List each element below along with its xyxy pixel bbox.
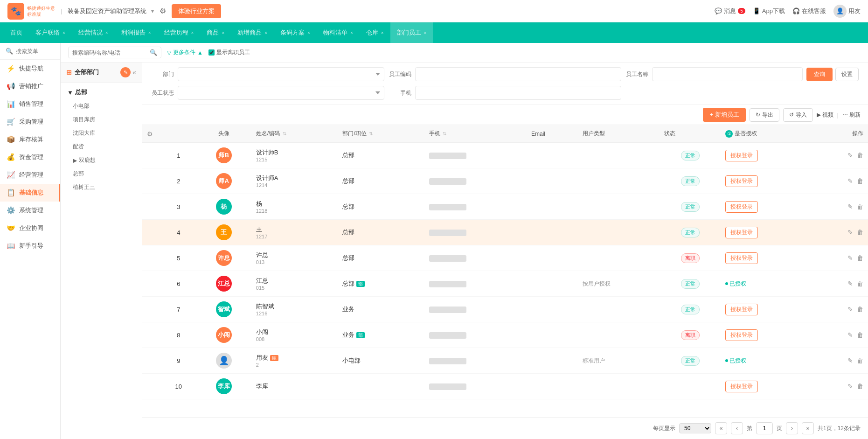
tab-history[interactable]: 经营历程 × [158, 22, 201, 43]
edit-button[interactable]: ✎ [847, 229, 853, 236]
edit-button[interactable]: ✎ [847, 357, 853, 364]
sys-title-dropdown[interactable]: ▾ [151, 8, 154, 14]
tab-business[interactable]: 经营情况 × [72, 22, 115, 43]
delete-button[interactable]: 🗑 [857, 357, 863, 364]
tab-goods[interactable]: 商品 × [200, 22, 231, 43]
tab-close-customer[interactable]: × [62, 30, 65, 35]
dept-node-xiaodian[interactable]: 小电部 [61, 99, 142, 113]
sidebar-search-input[interactable] [16, 48, 55, 55]
tab-close-profit[interactable]: × [148, 30, 151, 35]
tab-close-business[interactable]: × [105, 30, 108, 35]
sidebar-item-system[interactable]: ⚙️ 系统管理 [0, 202, 60, 219]
delete-button[interactable]: 🗑 [857, 254, 863, 262]
filter-dept-select[interactable] [178, 67, 384, 81]
auth-button[interactable]: 授权登录 [725, 150, 758, 161]
tab-warehouse[interactable]: 仓库 × [360, 22, 390, 43]
dept-node-distribution[interactable]: 配货 [61, 140, 142, 153]
tab-close-employee[interactable]: × [424, 30, 427, 35]
col-name[interactable]: 姓名/编码 ⇅ [251, 125, 338, 143]
dept-node-shuanglu[interactable]: ▶ 双鹿想 [61, 153, 142, 167]
tab-close-addgoods[interactable]: × [264, 30, 267, 35]
dept-edit-button[interactable]: ✎ [120, 67, 131, 77]
col-settings[interactable]: ⚙ [142, 125, 161, 143]
export-button[interactable]: ↻ 导出 [750, 108, 779, 122]
delete-button[interactable]: 🗑 [857, 152, 863, 159]
auth-button[interactable]: 授权登录 [725, 227, 758, 238]
edit-button[interactable]: ✎ [847, 254, 853, 262]
tab-close-warehouse[interactable]: × [381, 30, 384, 35]
settings-button[interactable]: ⚙ [158, 5, 168, 17]
sidebar-item-marketing[interactable]: 📢 营销推广 [0, 77, 60, 95]
page-size-select[interactable]: 50 100 [679, 423, 711, 433]
sidebar-item-quick-nav[interactable]: ⚡ 快捷导航 [0, 60, 60, 77]
edit-button[interactable]: ✎ [847, 306, 853, 313]
page-number-input[interactable] [756, 422, 773, 434]
tab-barcode[interactable]: 条码方案 × [274, 22, 317, 43]
prev-page-button[interactable]: ‹ [731, 422, 743, 434]
online-service-button[interactable]: 🎧 在线客服 [792, 7, 826, 15]
edit-button[interactable]: ✎ [847, 152, 853, 159]
edit-button[interactable]: ✎ [847, 203, 853, 210]
dept-node-shenyang[interactable]: 沈阳大库 [61, 126, 142, 140]
sidebar-item-basic-info[interactable]: 📋 基础信息 [0, 184, 60, 202]
auth-button[interactable]: 授权登录 [725, 252, 758, 264]
delete-button[interactable]: 🗑 [857, 229, 863, 236]
auth-button[interactable]: 授权登录 [725, 304, 758, 315]
tab-employee[interactable]: 部门员工 × [390, 22, 433, 43]
user-area[interactable]: 👤 用友 [833, 5, 861, 18]
dept-node-headquarter[interactable]: 总部 [61, 167, 142, 181]
sidebar-item-guide[interactable]: 📖 新手引导 [0, 237, 60, 255]
tab-close-bom[interactable]: × [350, 30, 353, 35]
query-button[interactable]: 查询 [806, 68, 833, 81]
auth-button[interactable]: 授权登录 [725, 329, 758, 341]
last-page-button[interactable]: » [802, 422, 814, 434]
import-button[interactable]: ↺ 导入 [783, 108, 813, 122]
filter-empname-input[interactable] [652, 67, 803, 81]
next-page-button[interactable]: › [786, 422, 798, 434]
delete-button[interactable]: 🗑 [857, 203, 863, 210]
first-page-button[interactable]: « [715, 422, 727, 434]
tab-close-goods[interactable]: × [222, 30, 224, 35]
tab-bom[interactable]: 物料清单 × [317, 22, 360, 43]
filter-phone-input[interactable] [415, 86, 622, 100]
delete-button[interactable]: 🗑 [857, 177, 863, 185]
tab-close-barcode[interactable]: × [307, 30, 310, 35]
edit-button[interactable]: ✎ [847, 280, 853, 287]
trial-button[interactable]: 体验行业方案 [172, 4, 221, 18]
filter-status-select[interactable] [178, 86, 384, 100]
dept-node-headquarter-parent[interactable]: ▼ 总部 [61, 85, 142, 99]
message-button[interactable]: 💬 消息 5 [715, 7, 745, 15]
delete-button[interactable]: 🗑 [857, 306, 863, 313]
sidebar-item-finance[interactable]: 💰 资金管理 [0, 148, 60, 166]
dept-collapse-button[interactable]: « [132, 69, 136, 76]
sidebar-item-sales[interactable]: 📊 销售管理 [0, 95, 60, 113]
delete-button[interactable]: 🗑 [857, 280, 863, 287]
tab-home[interactable]: 首页 [4, 22, 29, 43]
sidebar-item-operation[interactable]: 📈 经营管理 [0, 166, 60, 184]
sidebar-item-collab[interactable]: 🤝 企业协同 [0, 219, 60, 237]
tab-addgoods[interactable]: 新增商品 × [231, 22, 274, 43]
col-dept[interactable]: 部门/职位 ⇅ [338, 125, 424, 143]
set-button[interactable]: 设置 [835, 68, 859, 81]
edit-button[interactable]: ✎ [847, 383, 853, 390]
refresh-button[interactable]: ⋯ 刷新 [842, 111, 861, 119]
col-phone[interactable]: 手机 ⇅ [424, 125, 527, 143]
tab-customer[interactable]: 客户联络 × [29, 22, 72, 43]
add-employee-button[interactable]: + 新增员工 [703, 108, 745, 122]
auth-button[interactable]: 授权登录 [725, 175, 758, 187]
edit-button[interactable]: ✎ [847, 331, 853, 339]
more-filter-button[interactable]: ▽ 更多条件 ▲ [167, 49, 203, 56]
edit-button[interactable]: ✎ [847, 177, 853, 185]
delete-button[interactable]: 🗑 [857, 331, 863, 339]
dept-node-project[interactable]: 项目库房 [61, 113, 142, 126]
sidebar-item-inventory[interactable]: 📦 库存核算 [0, 131, 60, 148]
tab-close-history[interactable]: × [191, 30, 194, 35]
filter-empcode-input[interactable] [415, 67, 622, 81]
show-former-checkbox[interactable] [208, 49, 215, 56]
tab-profit[interactable]: 利润报告 × [115, 22, 158, 43]
sidebar-item-purchase[interactable]: 🛒 采购管理 [0, 113, 60, 131]
video-button[interactable]: ▶ 视频 [817, 111, 833, 119]
auth-button[interactable]: 授权登录 [725, 381, 758, 392]
app-download-button[interactable]: 📱 App下载 [753, 7, 785, 15]
search-input[interactable] [72, 49, 147, 56]
